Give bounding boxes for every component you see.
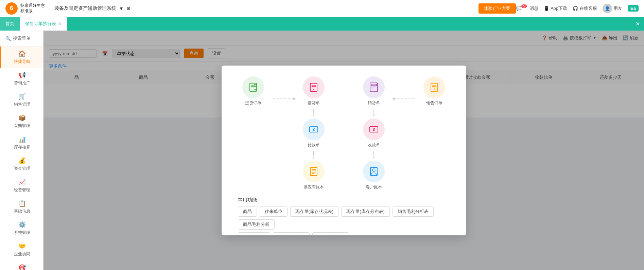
- flow-arrows-down-1: ▼ ▼: [238, 109, 450, 117]
- sidebar-search-button[interactable]: 🔍 搜索菜单: [3, 33, 40, 43]
- func-btn-stock-status[interactable]: 现存量(库存状况表): [290, 206, 339, 217]
- basic-info-label: 基础信息: [14, 209, 30, 214]
- top-header: 6 畅康通好生意 标准版 装备及固定资产辅助管理系统 ▼ ⚙ 体验行业方案 💬 …: [0, 0, 644, 17]
- sidebar-item-marketing[interactable]: 📢 营销推广: [0, 68, 43, 89]
- arrow-so-to-sb: ◀: [394, 98, 414, 106]
- sidebar-item-sales[interactable]: 🛒 销售管理: [0, 89, 43, 111]
- svg-rect-4: [310, 83, 317, 91]
- func-buttons-row1: 商品 往来单位 现存量(库存状况表) 现存量(库存分布表) 销售毛利分析表 商品…: [238, 206, 450, 230]
- guide-icon: 🎯: [18, 264, 26, 270]
- spacer-arrow3: [394, 109, 414, 117]
- func-btn-payment-stats[interactable]: 付款情况统计: [312, 232, 349, 235]
- sidebar-search-label: 搜索菜单: [13, 35, 31, 41]
- flow-node-customer-book[interactable]: 客户账本: [363, 161, 385, 190]
- tab-sales-order-label: 销售订单执行表: [25, 21, 56, 27]
- trial-button[interactable]: 体验行业方案: [478, 3, 516, 14]
- down-arrow-supplier: ▼: [303, 151, 325, 159]
- sales-label: 销售管理: [14, 102, 30, 107]
- quick-nav-icon: 🏠: [18, 50, 26, 57]
- sidebar-item-inventory[interactable]: 📊 库存核算: [0, 132, 43, 154]
- flow-node-purchase-order[interactable]: 进货订单: [242, 76, 264, 106]
- func-btn-sales-rank[interactable]: 销售排行榜: [238, 232, 270, 235]
- system-title-dropdown[interactable]: ▼: [119, 6, 124, 11]
- marketing-label: 营销推广: [14, 80, 30, 86]
- func-btn-counterpart[interactable]: 往来单位: [260, 206, 288, 217]
- dialog-inner: 进货订单 ▶: [222, 66, 466, 235]
- sidebar-item-operations[interactable]: 📈 经营管理: [0, 175, 43, 196]
- payment-icon: ¥: [308, 124, 319, 135]
- purchase-label: 采购管理: [14, 123, 30, 129]
- func-btn-product-margin[interactable]: 商品毛利分析: [238, 219, 275, 230]
- sidebar: 🔍 搜索菜单 🏠 快捷导航 📢 营销推广 🛒 销售管理 📦 采购管理: [0, 31, 43, 270]
- supplier-book-label: 供应商账本: [303, 184, 324, 190]
- flow-node-purchase-bill[interactable]: 进货单: [303, 76, 325, 106]
- logo-icon: 6: [5, 2, 18, 15]
- flow-node-sales-bill[interactable]: 销货单: [363, 76, 385, 106]
- sidebar-item-system[interactable]: ⚙️ 系统管理: [0, 218, 43, 239]
- payment-label: 付款单: [308, 142, 320, 148]
- app-download-item[interactable]: 📱 App下载: [544, 5, 567, 12]
- online-service-icon: 🎧: [573, 6, 578, 11]
- customer-book-circle: [363, 161, 385, 182]
- flow-arrows-down-2: ▼ ▼: [238, 151, 450, 159]
- inventory-label: 库存核算: [14, 144, 30, 150]
- receipt-circle: ¥: [363, 119, 385, 140]
- tab-close-icon[interactable]: ✕: [58, 21, 62, 26]
- sidebar-search-area: 🔍 搜索菜单: [0, 31, 43, 47]
- receipt-icon: ¥: [368, 124, 379, 135]
- sales-bill-circle: [363, 76, 385, 98]
- svg-text:¥: ¥: [312, 127, 315, 132]
- sidebar-item-enterprise[interactable]: 🤝 企业协同: [0, 239, 43, 260]
- arrow-po-to-pb: ▶: [273, 98, 294, 106]
- purchase-order-label: 进货订单: [245, 100, 261, 106]
- flow-node-supplier-book[interactable]: 供应商账本: [303, 161, 325, 190]
- flow-row-1: 进货订单 ▶: [238, 76, 450, 106]
- sales-bill-icon: [368, 82, 379, 93]
- common-funcs-section: 常用功能 商品 往来单位 现存量(库存状况表) 现存量(库存分布表) 销售毛利分…: [238, 197, 450, 235]
- operations-label: 经营管理: [14, 187, 30, 193]
- purchase-order-icon: [248, 82, 259, 93]
- sidebar-item-finance[interactable]: 💰 资金管理: [0, 154, 43, 175]
- s3l: [242, 151, 264, 159]
- down-arrow-customer: ▼: [363, 151, 385, 159]
- tab-bar: 首页 销售订单执行表 ✕ ✕: [0, 17, 644, 31]
- svg-rect-31: [370, 167, 371, 176]
- sidebar-item-quick-nav[interactable]: 🏠 快捷导航: [0, 47, 43, 68]
- app-download-icon: 📱: [544, 6, 549, 11]
- ea-badge[interactable]: Ea: [628, 5, 639, 12]
- func-btn-receipt-stats[interactable]: 收款情况统计: [273, 232, 310, 235]
- message-item[interactable]: 💬 5 消息: [516, 5, 538, 12]
- sales-order-label: 销售订单: [426, 100, 442, 106]
- spacer-right: [423, 109, 445, 117]
- sidebar-item-basic-info[interactable]: 📋 基础信息: [0, 196, 43, 218]
- sidebar-item-guide[interactable]: 🎯 新手引导: [0, 260, 43, 270]
- svg-rect-28: [310, 167, 311, 176]
- tab-sales-order[interactable]: 销售订单执行表 ✕: [20, 17, 67, 31]
- logo-line2: 标准版: [20, 8, 45, 14]
- spacer-left: [242, 109, 264, 117]
- dialog: 进货订单 ▶: [222, 66, 466, 235]
- tab-bar-close-icon[interactable]: ✕: [636, 21, 640, 27]
- func-btn-stock-dist[interactable]: 现存量(库存分布表): [341, 206, 390, 217]
- purchase-order-circle: [242, 76, 264, 98]
- online-service-label: 在线客服: [579, 5, 597, 12]
- flow-node-sales-order[interactable]: 销售订单: [423, 76, 445, 106]
- sales-order-circle: [423, 76, 445, 98]
- tab-home[interactable]: 首页: [0, 17, 20, 31]
- search-icon: 🔍: [5, 36, 11, 41]
- flow-node-payment[interactable]: ¥ 付款单: [303, 119, 325, 148]
- func-buttons-row2: 销售排行榜 收款情况统计 付款情况统计: [238, 232, 450, 235]
- func-btn-sales-margin[interactable]: 销售毛利分析表: [393, 206, 434, 217]
- logo-text: 畅康通好生意 标准版: [20, 3, 45, 14]
- flow-node-receipt[interactable]: ¥ 收款单: [363, 119, 385, 148]
- main-layout: 🔍 搜索菜单 🏠 快捷导航 📢 营销推广 🛒 销售管理 📦 采购管理: [0, 31, 644, 270]
- sidebar-item-purchase[interactable]: 📦 采购管理: [0, 111, 43, 132]
- enterprise-label: 企业协同: [14, 251, 30, 257]
- online-service-item[interactable]: 🎧 在线客服: [573, 5, 597, 12]
- settings-icon[interactable]: ⚙: [126, 6, 131, 11]
- supplier-book-circle: [303, 161, 325, 182]
- func-btn-product[interactable]: 商品: [238, 206, 257, 217]
- customer-book-icon: [368, 166, 379, 177]
- receipt-label: 收款单: [368, 142, 380, 148]
- user-area[interactable]: 👤 用友: [603, 4, 622, 13]
